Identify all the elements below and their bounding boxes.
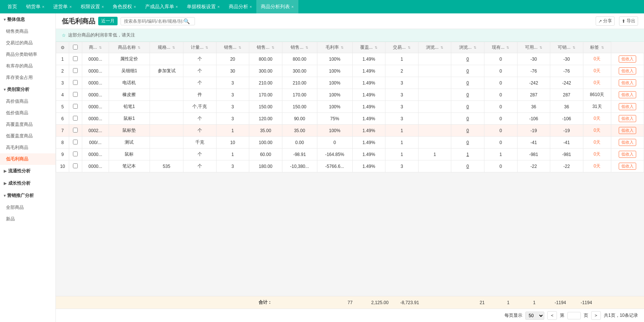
nav-sales-order[interactable]: 销货单 ×	[22, 0, 49, 13]
sidebar-group-category[interactable]: ▾ 类别室分析	[0, 83, 55, 96]
row-browse1[interactable]: 0	[451, 137, 484, 149]
select-all-checkbox[interactable]	[73, 45, 78, 50]
row-trade	[418, 125, 451, 137]
col-coverage[interactable]: 覆盖... ⇅	[352, 42, 385, 53]
col-avail[interactable]: 可用... ⇅	[517, 42, 550, 53]
row-checkbox[interactable]	[69, 77, 82, 89]
row-checkbox[interactable]	[69, 89, 82, 101]
col-name[interactable]: 商品名称 ⇅	[109, 42, 150, 53]
row-sellable: 8610天	[583, 89, 611, 101]
sidebar-item-capital-use[interactable]: 库存资金占用	[0, 72, 55, 83]
sidebar-item-high-margin[interactable]: 高毛利商品	[0, 142, 55, 153]
row-gross: 1.49%	[352, 77, 385, 89]
col-trade[interactable]: 交易... ⇅	[385, 42, 419, 53]
col-browse2[interactable]: 浏览... ⇅	[451, 42, 484, 53]
row-browse1[interactable]: 0	[451, 53, 484, 65]
row-browse1[interactable]: 0	[451, 101, 484, 113]
close-icon[interactable]: ×	[217, 4, 220, 9]
row-unit: 个	[183, 113, 216, 125]
row-checkbox[interactable]	[69, 160, 82, 172]
col-unit[interactable]: 计量... ⇅	[183, 42, 216, 53]
row-checkbox[interactable]	[69, 125, 82, 137]
share-button[interactable]: ↗ 分享	[596, 16, 615, 26]
nav-product-entry[interactable]: 产成品入库单 ×	[141, 0, 182, 13]
row-browse1[interactable]: 0	[451, 65, 484, 77]
sidebar-item-high-coverage[interactable]: 高覆盖度商品	[0, 119, 55, 130]
row-index: 1	[56, 53, 69, 65]
col-browse1[interactable]: 浏览... ⇅	[418, 42, 451, 53]
sidebar-item-all-products[interactable]: 全部商品	[0, 202, 55, 213]
col-price[interactable]: 销售... ⇅	[249, 42, 282, 53]
close-icon[interactable]: ×	[250, 4, 252, 9]
row-checkbox[interactable]	[69, 113, 82, 125]
nav-home[interactable]: 首页	[3, 0, 22, 13]
table-row: 6 0000... 鼠标1 个 3 120.00 90.00 75% 1.49%…	[56, 113, 644, 125]
total-label: 合计：	[192, 299, 335, 306]
col-code[interactable]: 商... ⇅	[82, 42, 109, 53]
col-qty[interactable]: 销售... ⇅	[216, 42, 249, 53]
row-checkbox[interactable]	[69, 137, 82, 149]
close-icon[interactable]: ×	[291, 4, 294, 9]
row-browse1[interactable]: 0	[451, 113, 484, 125]
row-sales: 170.00	[282, 89, 317, 101]
row-browse1[interactable]: 0	[451, 160, 484, 172]
col-sales[interactable]: 销售... ⇅	[282, 42, 317, 53]
close-icon[interactable]: ×	[69, 4, 71, 9]
sidebar-item-low-margin[interactable]: 低毛利商品	[0, 153, 55, 165]
col-stock[interactable]: 现有... ⇅	[484, 42, 518, 53]
sidebar-item-stocked-products[interactable]: 有库存的商品	[0, 60, 55, 72]
sidebar-group-flow[interactable]: ▶ 流通性分析	[0, 165, 55, 177]
next-page-btn[interactable]: ＞	[591, 311, 601, 320]
close-icon[interactable]: ×	[134, 4, 136, 9]
row-browse1[interactable]: 1	[451, 149, 484, 160]
nav-role-auth[interactable]: 角色授权 ×	[108, 0, 140, 13]
col-settings[interactable]: ⚙	[56, 42, 69, 53]
sidebar-item-low-coverage[interactable]: 低覆盖度商品	[0, 130, 55, 142]
row-stock: 287	[517, 89, 550, 101]
sidebar-item-new-products[interactable]: 新品	[0, 213, 55, 225]
close-icon[interactable]: ×	[42, 4, 44, 9]
row-sellable: 0天	[583, 113, 611, 125]
row-checkbox[interactable]	[69, 53, 82, 65]
sidebar-group-growth[interactable]: ▶ 成长性分析	[0, 177, 55, 189]
row-avail: -19	[550, 125, 583, 137]
page-input[interactable]: 1	[567, 312, 581, 319]
col-checkbox-all[interactable]	[69, 42, 82, 53]
sidebar-item-high-value[interactable]: 高价值商品	[0, 96, 55, 107]
close-icon[interactable]: ×	[176, 4, 178, 9]
row-qty: 1	[216, 125, 249, 137]
table-row: 9 0000... 鼠标 个 1 60.00 -98.91 -164.85% 1…	[56, 149, 644, 160]
export-button[interactable]: ⬆ 导出	[619, 16, 638, 26]
col-tag[interactable]: 标签 ⇅	[583, 42, 611, 53]
row-checkbox[interactable]	[69, 149, 82, 160]
col-gross-rate[interactable]: 毛利率 ⇅	[317, 42, 352, 53]
prev-page-btn[interactable]: ＜	[547, 311, 557, 320]
row-checkbox[interactable]	[69, 65, 82, 77]
row-stock: -76	[517, 65, 550, 77]
row-stock: -41	[517, 137, 550, 149]
sidebar-item-traded-products[interactable]: 交易过的商品	[0, 37, 55, 49]
row-checkbox[interactable]	[69, 101, 82, 113]
nav-purchase-order[interactable]: 进货单 ×	[49, 0, 76, 13]
search-input[interactable]	[124, 19, 183, 24]
search-icon[interactable]: 🔍	[183, 18, 190, 24]
nav-product-analysis[interactable]: 商品分析 ×	[224, 0, 256, 13]
close-icon[interactable]: ×	[102, 4, 104, 9]
sidebar-group-marketing[interactable]: ▾ 营销推广分析	[0, 189, 55, 202]
nav-template-setting[interactable]: 单据模板设置 ×	[182, 0, 224, 13]
filter-recent-btn[interactable]: 近一月	[98, 17, 118, 25]
col-spec[interactable]: 规格... ⇅	[150, 42, 183, 53]
col-sellable[interactable]: 可销... ⇅	[550, 42, 583, 53]
sidebar-item-category-sales[interactable]: 商品分类助销率	[0, 49, 55, 60]
sidebar-item-sales-products[interactable]: 销售类商品	[0, 26, 55, 37]
per-page-select[interactable]: 50 100 200	[525, 312, 544, 320]
nav-product-analysis-list[interactable]: 商品分析列表 ×	[256, 0, 298, 13]
row-browse1[interactable]: 0	[451, 89, 484, 101]
row-sellable: 0天	[583, 137, 611, 149]
nav-permission[interactable]: 权限设置 ×	[76, 0, 108, 13]
row-browse1[interactable]: 0	[451, 77, 484, 89]
table-container[interactable]: ⚙ 商... ⇅ 商品名称 ⇅ 规格... ⇅ 计量... ⇅ 销售... ⇅ …	[56, 42, 644, 296]
sidebar-item-low-value[interactable]: 低价值商品	[0, 107, 55, 119]
row-browse1[interactable]: 0	[451, 125, 484, 137]
sidebar-group-overall[interactable]: ▾ 整体信息	[0, 13, 55, 26]
